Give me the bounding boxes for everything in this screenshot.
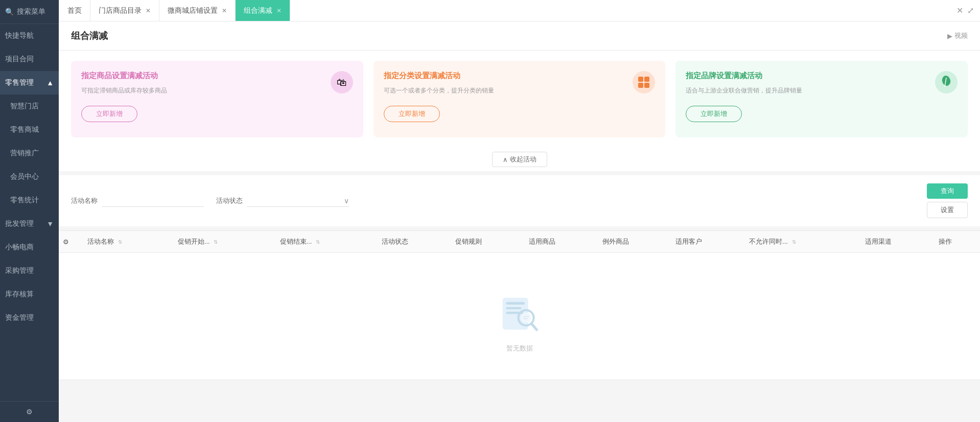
card-category-add-button[interactable]: 立即新增 bbox=[384, 106, 440, 122]
svg-rect-7 bbox=[506, 302, 525, 304]
th-promo-start-label: 促销开始... bbox=[178, 238, 210, 245]
svg-rect-2 bbox=[638, 83, 643, 88]
sidebar-item-label: 资金管理 bbox=[5, 313, 34, 322]
svg-rect-8 bbox=[506, 307, 521, 309]
query-button[interactable]: 查询 bbox=[927, 183, 968, 199]
chevron-up-icon: ▲ bbox=[46, 79, 54, 87]
sidebar-item-wholesale-mgmt[interactable]: 批发管理 ▼ bbox=[0, 212, 59, 236]
play-icon: ▶ bbox=[947, 32, 952, 40]
sort-icon: ⇅ bbox=[118, 239, 122, 245]
card-category-desc: 可选一个或者多个分类，提升分类的销量 bbox=[384, 86, 656, 96]
sidebar-item-label: 库存核算 bbox=[5, 290, 34, 299]
card-brand-discount: 指定品牌设置满减活动 适合与上游企业联合做营销，提升品牌销量 立即新增 bbox=[675, 61, 968, 137]
th-applicable-customer-label: 适用客户 bbox=[675, 238, 702, 245]
tab-combo-discount[interactable]: 组合满减 ✕ bbox=[236, 0, 290, 21]
th-promo-end[interactable]: 促销结束... ⇅ bbox=[276, 231, 378, 253]
cards-section: 🛍 指定商品设置满减活动 可指定滞销商品或库存较多商品 立即新增 bbox=[59, 51, 980, 148]
data-table: ⚙ 活动名称 ⇅ 促销开始... ⇅ 促销结束... ⇅ bbox=[59, 230, 980, 380]
page-content: 组合满减 ▶ 视频 🛍 指定商品设置满减活动 可指定滞销商品或库存较多商品 立即… bbox=[59, 21, 980, 422]
th-promo-rule-label: 促销规则 bbox=[455, 238, 482, 245]
sidebar-item-label: 零售统计 bbox=[10, 196, 39, 205]
th-activity-name[interactable]: 活动名称 ⇅ bbox=[83, 231, 174, 253]
gear-icon: ⚙ bbox=[26, 408, 33, 416]
empty-state-cell: 暂无数据 bbox=[59, 253, 980, 380]
card-brand-desc: 适合与上游企业联合做营销，提升品牌销量 bbox=[686, 86, 958, 96]
main-area: 首页 门店商品目录 ✕ 微商城店铺设置 ✕ 组合满减 ✕ ✕ ⤢ 组合满减 ▶ … bbox=[59, 0, 980, 422]
filter-activity-status: 活动状态 ∨ bbox=[216, 195, 349, 207]
tab-store-catalog-close[interactable]: ✕ bbox=[146, 7, 151, 14]
sidebar-item-retail-stats[interactable]: 零售统计 bbox=[0, 189, 59, 212]
sidebar-item-label: 零售管理 bbox=[5, 78, 34, 87]
tab-combo-discount-close[interactable]: ✕ bbox=[276, 7, 282, 14]
sidebar-item-inventory[interactable]: 库存核算 bbox=[0, 283, 59, 306]
sidebar-settings[interactable]: ⚙ bbox=[0, 401, 59, 422]
sidebar-item-retail-management[interactable]: 零售管理 ▲ bbox=[0, 71, 59, 95]
sidebar-item-quick-nav[interactable]: 快捷导航 bbox=[0, 24, 59, 48]
card-product-title: 指定商品设置满减活动 bbox=[81, 71, 353, 81]
tab-wechat-store-settings[interactable]: 微商城店铺设置 ✕ bbox=[159, 0, 236, 21]
tab-combo-discount-label: 组合满减 bbox=[244, 6, 272, 15]
th-promo-start[interactable]: 促销开始... ⇅ bbox=[174, 231, 276, 253]
sort-icon: ⇅ bbox=[214, 239, 218, 245]
card-brand-add-button[interactable]: 立即新增 bbox=[686, 106, 742, 122]
sidebar-item-project-contract[interactable]: 项目合同 bbox=[0, 48, 59, 71]
th-operation-label: 操作 bbox=[939, 238, 952, 245]
sidebar-item-label: 会员中心 bbox=[10, 172, 39, 181]
video-label: 视频 bbox=[954, 31, 968, 40]
th-excluded-goods: 例外商品 bbox=[598, 231, 672, 253]
card-product-discount: 🛍 指定商品设置满减活动 可指定滞销商品或库存较多商品 立即新增 bbox=[71, 61, 363, 137]
th-activity-name-label: 活动名称 bbox=[87, 238, 114, 245]
card-product-add-button[interactable]: 立即新增 bbox=[81, 106, 137, 122]
sidebar-item-retail-mall[interactable]: 零售商城 bbox=[0, 118, 59, 142]
sidebar-item-label: 小畅电商 bbox=[5, 243, 34, 252]
sidebar-item-xiaochangec[interactable]: 小畅电商 bbox=[0, 236, 59, 259]
sidebar-item-label: 营销推广 bbox=[10, 149, 39, 158]
sort-icon: ⇅ bbox=[316, 239, 320, 245]
tab-wechat-store-close[interactable]: ✕ bbox=[222, 7, 227, 14]
sort-icon: ⇅ bbox=[792, 239, 796, 245]
filter-section: 活动名称 活动状态 ∨ 查询 设置 bbox=[59, 175, 980, 226]
tab-wechat-store-label: 微商城店铺设置 bbox=[168, 6, 218, 15]
sidebar-item-member-center[interactable]: 会员中心 bbox=[0, 165, 59, 189]
sidebar-item-finance[interactable]: 资金管理 bbox=[0, 306, 59, 330]
collapse-button[interactable]: ∧ 收起活动 bbox=[492, 152, 547, 167]
th-excluded-goods-label: 例外商品 bbox=[602, 238, 629, 245]
sidebar-item-label: 项目合同 bbox=[5, 55, 34, 64]
page-header: 组合满减 ▶ 视频 bbox=[59, 21, 980, 51]
card-product-desc: 可指定滞销商品或库存较多商品 bbox=[81, 86, 353, 96]
leaf-icon bbox=[940, 76, 953, 89]
th-settings[interactable]: ⚙ bbox=[59, 231, 83, 253]
collapse-icon: ∧ bbox=[503, 156, 508, 163]
tab-home[interactable]: 首页 bbox=[59, 0, 90, 21]
th-not-allow-concurrent[interactable]: 不允许同时... ⇅ bbox=[745, 231, 861, 253]
activity-status-select[interactable] bbox=[247, 195, 349, 207]
sidebar-item-label: 批发管理 bbox=[5, 219, 34, 228]
cards-row: 🛍 指定商品设置满减活动 可指定滞销商品或库存较多商品 立即新增 bbox=[71, 61, 968, 137]
tab-home-label: 首页 bbox=[67, 6, 82, 15]
th-applicable-customer: 适用客户 bbox=[671, 231, 745, 253]
sidebar-item-smart-store[interactable]: 智慧门店 bbox=[0, 95, 59, 118]
settings-button[interactable]: 设置 bbox=[927, 202, 968, 218]
activity-status-wrapper: ∨ bbox=[247, 195, 349, 207]
card-category-discount: 指定分类设置满减活动 可选一个或者多个分类，提升分类的销量 立即新增 bbox=[374, 61, 666, 137]
video-link[interactable]: ▶ 视频 bbox=[947, 31, 968, 40]
card-brand-icon bbox=[935, 71, 958, 93]
sidebar-search[interactable]: 🔍 搜索菜单 bbox=[0, 0, 59, 24]
sidebar-item-purchase-mgmt[interactable]: 采购管理 bbox=[0, 259, 59, 283]
th-applicable-channel-label: 适用渠道 bbox=[865, 238, 892, 245]
th-applicable-goods-label: 适用商品 bbox=[529, 238, 555, 245]
filter-actions: 查询 设置 bbox=[927, 183, 968, 218]
empty-state-row: 暂无数据 bbox=[59, 253, 980, 380]
settings-icon: ⚙ bbox=[63, 238, 69, 246]
sidebar-item-marketing[interactable]: 营销推广 bbox=[0, 142, 59, 165]
svg-rect-0 bbox=[638, 77, 643, 82]
card-category-title: 指定分类设置满减活动 bbox=[384, 71, 656, 81]
maximize-icon[interactable]: ⤢ bbox=[967, 6, 974, 15]
empty-illustration bbox=[494, 290, 545, 336]
tab-store-catalog[interactable]: 门店商品目录 ✕ bbox=[90, 0, 159, 21]
close-window-icon[interactable]: ✕ bbox=[956, 6, 963, 15]
sidebar-item-label: 快捷导航 bbox=[5, 31, 34, 40]
page-title: 组合满减 bbox=[71, 30, 108, 42]
activity-name-input[interactable] bbox=[102, 195, 204, 207]
tab-actions: ✕ ⤢ bbox=[956, 6, 980, 15]
